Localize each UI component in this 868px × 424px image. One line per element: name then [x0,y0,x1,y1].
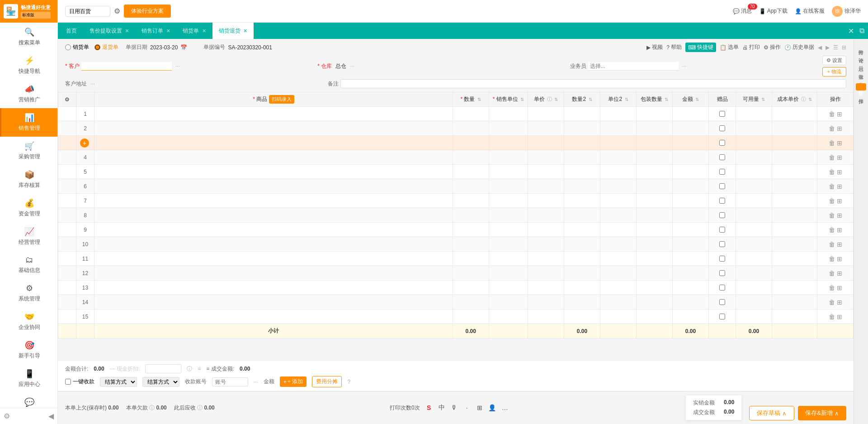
grid-icon[interactable]: ⊞ [474,402,485,413]
gift-check-11[interactable] [719,256,725,262]
copy-row-6[interactable]: ⊞ [836,182,843,191]
delete-row-12[interactable]: 🗑 [828,269,836,278]
cost-sort-icon[interactable]: ⇅ [808,97,812,102]
delete-row-15[interactable]: 🗑 [828,312,836,321]
s-icon[interactable]: S [424,402,434,413]
unit-input-11[interactable] [493,255,524,262]
unit-input-5[interactable] [493,168,524,175]
price-sort-icon[interactable]: ⇅ [554,97,558,102]
qty-input-10[interactable] [457,241,485,248]
unit-input-13[interactable] [493,284,524,291]
product-input-3[interactable] [98,139,449,146]
settle-method-select[interactable]: 结算方式 [100,377,137,387]
copy-row-4[interactable]: ⊞ [836,153,843,162]
unit-input-15[interactable] [493,313,524,320]
gift-check-15[interactable] [719,314,725,319]
radio-return-input[interactable] [94,44,100,50]
save-draft-btn[interactable]: 保存草稿 ∧ [749,406,794,420]
bottom-debt-info-icon[interactable]: ⓘ [149,405,155,411]
qty-input-3[interactable] [457,139,485,146]
unit-sort-icon[interactable]: ⇅ [520,97,524,102]
collapse-icon[interactable]: ◀ [48,412,54,420]
unit-input-7[interactable] [493,197,524,204]
qty-input-13[interactable] [457,284,485,291]
unit-input-8[interactable] [493,212,524,219]
right-tab-approval[interactable]: 审批 [856,67,866,74]
gift-check-4[interactable] [719,154,725,160]
address-dots[interactable]: ··· [90,81,95,87]
toolbar-help[interactable]: ? 帮助 [666,43,682,51]
one-key-collect-checkbox[interactable]: 一键收款 [65,378,94,386]
sidebar-item-newguide[interactable]: 🎯新手引导 [0,336,57,364]
toolbar-video[interactable]: ▶ 视频 [646,43,663,51]
gift-check-1[interactable] [719,111,725,117]
gift-check-12[interactable] [719,270,725,276]
person-icon[interactable]: 👤 [487,402,498,413]
delete-row-11[interactable]: 🗑 [828,254,836,263]
qty-input-9[interactable] [457,226,485,233]
note-input[interactable] [340,79,846,88]
sidebar-item-sales[interactable]: 📊销售管理 [0,108,57,137]
gift-check-14[interactable] [719,299,725,305]
account-dots[interactable]: ··· [254,379,258,385]
gift-check-9[interactable] [719,227,725,233]
right-tab-log[interactable]: 日志 [856,59,866,66]
toolbar-shortcut[interactable]: ⌨ 快捷键 [685,43,716,52]
settings-action-btn[interactable]: ⚙ 设置 [822,56,846,65]
gift-check-5[interactable] [719,169,725,175]
copy-row-3[interactable]: ⊞ [836,138,843,148]
salesperson-dots[interactable]: ··· [682,63,687,69]
product-input-6[interactable] [98,183,449,190]
sidebar-item-purchase[interactable]: 🛒采购管理 [0,137,57,165]
customer-input[interactable] [81,62,172,71]
tab-price-setting[interactable]: 售价提取设置 × [83,23,135,39]
unit-input-4[interactable] [493,154,524,161]
product-input-13[interactable] [98,284,449,291]
nav-prev-icon[interactable]: ◀ [818,44,822,51]
product-input-2[interactable] [98,125,449,132]
add-row-btn[interactable]: + [80,138,89,148]
view-grid-icon[interactable]: ⊞ [842,44,846,51]
qty-input-8[interactable] [457,212,485,219]
sidebar-item-operation[interactable]: 📈经营管理 [0,222,57,251]
qty-input-5[interactable] [457,168,485,175]
radio-sales[interactable]: 销货单 [65,43,89,51]
copy-row-8[interactable]: ⊞ [836,211,843,220]
qty-input-6[interactable] [457,183,485,190]
unit-input-2[interactable] [493,125,524,132]
th-gear[interactable]: ⚙ [58,92,76,107]
sidebar-item-search[interactable]: 🔍搜索菜单 [0,23,57,51]
add-fee-btn[interactable]: + + 添加 [280,376,307,387]
cash-discount-input[interactable] [145,364,181,373]
tab-home[interactable]: 首页 [60,23,83,39]
close-tab-icon[interactable]: ✕ [846,26,856,36]
zhong-icon[interactable]: 中 [436,402,447,413]
mic-icon[interactable]: 🎙 [449,402,460,413]
product-input-11[interactable] [98,255,449,262]
tab-sales-delivery[interactable]: 销货单 × [176,23,212,39]
copy-row-12[interactable]: ⊞ [836,269,843,278]
delete-row-7[interactable]: 🗑 [828,196,836,205]
tab-sales-delivery-close[interactable]: × [202,27,206,34]
delete-row-10[interactable]: 🗑 [828,240,836,249]
product-input-1[interactable] [98,110,449,117]
copy-row-7[interactable]: ⊞ [836,196,843,205]
settings-icon[interactable]: ⚙ [4,412,10,420]
dot-icon[interactable]: · [462,402,472,413]
sidebar-item-basic[interactable]: 🗂基础信息 [0,251,57,279]
delete-row-9[interactable]: 🗑 [828,225,836,234]
delete-row-8[interactable]: 🗑 [828,211,836,220]
product-input-10[interactable] [98,241,449,248]
radio-sales-input[interactable] [65,44,71,50]
view-list-icon[interactable]: ☰ [833,44,838,51]
scan-btn[interactable]: 扫码录入 [269,95,294,104]
delete-row-2[interactable]: 🗑 [828,124,836,133]
delete-row-3[interactable]: 🗑 [828,138,836,148]
product-input-7[interactable] [98,197,449,204]
tab-sales-return[interactable]: 销货退货 × [212,23,254,39]
unit-input-6[interactable] [493,183,524,190]
price-info-icon[interactable]: ⓘ [547,96,552,102]
right-tab-comment[interactable]: 评论 [856,51,866,58]
gift-check-6[interactable] [719,183,725,189]
qty-input-15[interactable] [457,313,485,320]
